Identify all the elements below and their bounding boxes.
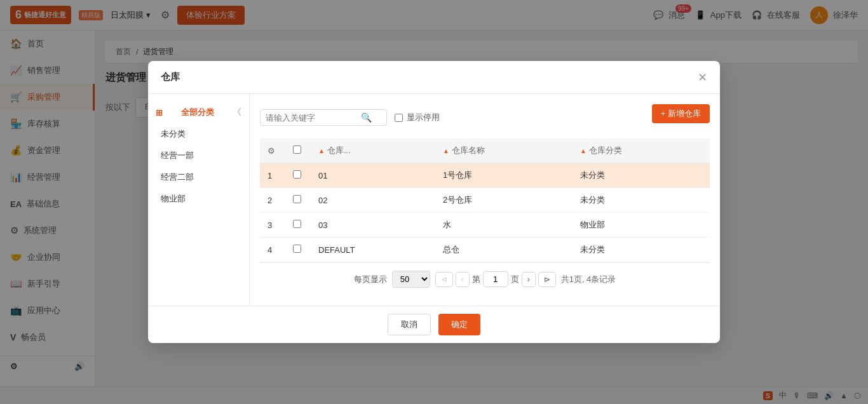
- sort-icon: ▲: [318, 147, 325, 154]
- page-last-button[interactable]: ⊳: [538, 272, 556, 287]
- table-row[interactable]: 3 03 水 物业部: [260, 213, 710, 238]
- modal-toolbar: 🔍 显示停用 + 新增仓库: [260, 104, 710, 131]
- add-warehouse-button[interactable]: + 新增仓库: [652, 104, 710, 123]
- row-code: 03: [311, 213, 435, 238]
- table-body: 1 01 1号仓库 未分类 2 02 2号仓库 未分类: [260, 163, 710, 262]
- collapse-sidebar-button[interactable]: 《: [233, 107, 241, 118]
- cancel-button[interactable]: 取消: [388, 314, 431, 335]
- row-num: 1: [260, 163, 285, 188]
- show-disabled-label: 显示停用: [407, 112, 440, 123]
- modal-sidebar-item-unclassified[interactable]: 未分类: [148, 123, 249, 145]
- per-page-select[interactable]: 50 10 20 100: [392, 271, 430, 288]
- table: ⚙ ▲ 仓库... ▲ 仓库名称: [260, 138, 710, 262]
- modal-sidebar-item-ops1[interactable]: 经营一部: [148, 145, 249, 166]
- row-checkbox: [285, 213, 311, 238]
- row-code: 02: [311, 188, 435, 213]
- modal-sidebar-item-property[interactable]: 物业部: [148, 188, 249, 210]
- row-category: 未分类: [573, 188, 710, 213]
- modal-confirm-section: 取消 确定: [148, 306, 720, 343]
- table-row[interactable]: 1 01 1号仓库 未分类: [260, 163, 710, 188]
- search-input[interactable]: [266, 113, 361, 123]
- grid-icon: ⊞: [156, 108, 163, 118]
- th-settings: ⚙: [260, 138, 285, 163]
- page-prev-button[interactable]: ‹: [456, 272, 470, 287]
- per-page-label: 每页显示: [354, 274, 387, 285]
- warehouse-table: ⚙ ▲ 仓库... ▲ 仓库名称: [260, 138, 710, 262]
- page-navigation: ⊲ ‹ 第 页 › ⊳: [435, 271, 556, 287]
- th-checkbox: [285, 138, 311, 163]
- select-all-checkbox[interactable]: [293, 145, 301, 154]
- page-total: 共1页, 4条记录: [561, 274, 616, 285]
- th-name-label: 仓库名称: [452, 145, 485, 156]
- th-category-label: 仓库分类: [589, 145, 622, 156]
- page-unit: 页: [511, 274, 519, 285]
- th-code-label: 仓库...: [327, 145, 351, 156]
- table-header-row: ⚙ ▲ 仓库... ▲ 仓库名称: [260, 138, 710, 163]
- th-name-sort[interactable]: ▲ 仓库名称: [443, 145, 565, 156]
- search-icon[interactable]: 🔍: [361, 112, 372, 123]
- row-num: 2: [260, 188, 285, 213]
- table-row[interactable]: 2 02 2号仓库 未分类: [260, 188, 710, 213]
- row-num: 4: [260, 238, 285, 262]
- show-disabled-checkbox[interactable]: [395, 114, 403, 122]
- th-name: ▲ 仓库名称: [435, 138, 573, 163]
- row-name: 水: [435, 213, 573, 238]
- modal-sidebar-all-category[interactable]: ⊞ 全部分类 《: [148, 102, 249, 123]
- row-name: 1号仓库: [435, 163, 573, 188]
- modal-header: 仓库 ✕: [148, 61, 720, 94]
- page-label: 第: [472, 274, 480, 285]
- row-category: 未分类: [573, 163, 710, 188]
- row-category: 物业部: [573, 213, 710, 238]
- modal-main: 🔍 显示停用 + 新增仓库 ⚙: [250, 94, 720, 306]
- modal-title: 仓库: [161, 71, 180, 83]
- th-category-sort[interactable]: ▲ 仓库分类: [580, 145, 702, 156]
- all-category-label: 全部分类: [181, 107, 214, 118]
- gear-icon: ⚙: [268, 146, 275, 156]
- page-number-input[interactable]: [483, 271, 508, 287]
- row-name: 总仓: [435, 238, 573, 262]
- th-code: ▲ 仓库...: [311, 138, 435, 163]
- row-checkbox: [285, 188, 311, 213]
- confirm-button[interactable]: 确定: [438, 314, 480, 335]
- row-checkbox: [285, 238, 311, 262]
- row-category: 未分类: [573, 238, 710, 262]
- row-code: DEFAULT: [311, 238, 435, 262]
- search-input-wrap: 🔍: [260, 109, 387, 126]
- th-category: ▲ 仓库分类: [573, 138, 710, 163]
- row-name: 2号仓库: [435, 188, 573, 213]
- row-checkbox: [285, 163, 311, 188]
- modal-sidebar-item-ops2[interactable]: 经营二部: [148, 166, 249, 188]
- pagination: 每页显示 50 10 20 100 ⊲ ‹ 第 页 › ⊳ 共1页, 4条记录: [260, 262, 710, 295]
- name-sort-icon: ▲: [443, 147, 449, 154]
- modal-body: ⊞ 全部分类 《 未分类 经营一部 经营二部 物业部 🔍: [148, 94, 720, 306]
- modal-sidebar: ⊞ 全部分类 《 未分类 经营一部 经营二部 物业部: [148, 94, 250, 306]
- modal-close-button[interactable]: ✕: [698, 72, 707, 83]
- page-first-button[interactable]: ⊲: [435, 272, 453, 287]
- warehouse-modal: 仓库 ✕ ⊞ 全部分类 《 未分类 经营一部 经营二部 物业部: [148, 61, 720, 343]
- th-code-sort[interactable]: ▲ 仓库...: [318, 145, 428, 156]
- page-next-button[interactable]: ›: [522, 272, 536, 287]
- table-row[interactable]: 4 DEFAULT 总仓 未分类: [260, 238, 710, 262]
- row-num: 3: [260, 213, 285, 238]
- row-code: 01: [311, 163, 435, 188]
- category-sort-icon: ▲: [580, 147, 587, 154]
- show-disabled-checkbox-label[interactable]: 显示停用: [395, 112, 440, 123]
- table-head: ⚙ ▲ 仓库... ▲ 仓库名称: [260, 138, 710, 163]
